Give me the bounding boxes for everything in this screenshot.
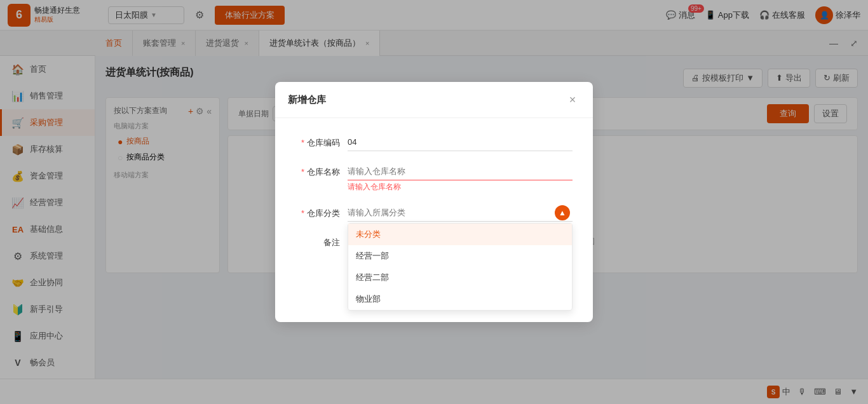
category-option-dept2[interactable]: 经营二部 xyxy=(348,267,572,288)
modal-body: *仓库编码 *仓库名称 请输入仓库名称 *仓库分类 xyxy=(275,118,593,280)
warehouse-category-input[interactable] xyxy=(348,204,573,222)
modal-header: 新增仓库 × xyxy=(275,82,593,118)
modal-title: 新增仓库 xyxy=(288,94,326,106)
category-option-uncategorized[interactable]: 未分类 xyxy=(348,224,572,245)
warehouse-name-input[interactable] xyxy=(348,163,573,180)
warehouse-name-row: *仓库名称 请输入仓库名称 xyxy=(295,163,573,192)
modal-overlay: 新增仓库 × *仓库编码 *仓库名称 请输入仓库名称 xyxy=(0,0,868,404)
warehouse-category-label: *仓库分类 xyxy=(295,204,340,219)
warehouse-code-label: *仓库编码 xyxy=(295,133,340,149)
warehouse-code-input[interactable] xyxy=(348,133,573,151)
category-dropdown: 未分类 经营一部 经营二部 物业部 xyxy=(348,223,573,311)
warehouse-code-row: *仓库编码 xyxy=(295,133,573,151)
warehouse-name-error: 请输入仓库名称 xyxy=(348,182,573,192)
category-option-dept1[interactable]: 经营一部 xyxy=(348,245,572,267)
warehouse-note-label: 备注 xyxy=(295,233,340,248)
warehouse-category-row: *仓库分类 ▲ 未分类 经营一部 经营二部 物业部 xyxy=(295,204,573,222)
warehouse-name-field: 请输入仓库名称 xyxy=(348,163,573,192)
category-toggle-btn[interactable]: ▲ xyxy=(555,205,570,220)
modal-close-btn[interactable]: × xyxy=(565,92,580,107)
warehouse-code-field xyxy=(348,133,573,151)
warehouse-category-field: ▲ 未分类 经营一部 经营二部 物业部 xyxy=(348,204,573,222)
category-option-property[interactable]: 物业部 xyxy=(348,288,572,310)
new-warehouse-modal: 新增仓库 × *仓库编码 *仓库名称 请输入仓库名称 xyxy=(275,82,593,322)
warehouse-name-label: *仓库名称 xyxy=(295,163,340,178)
